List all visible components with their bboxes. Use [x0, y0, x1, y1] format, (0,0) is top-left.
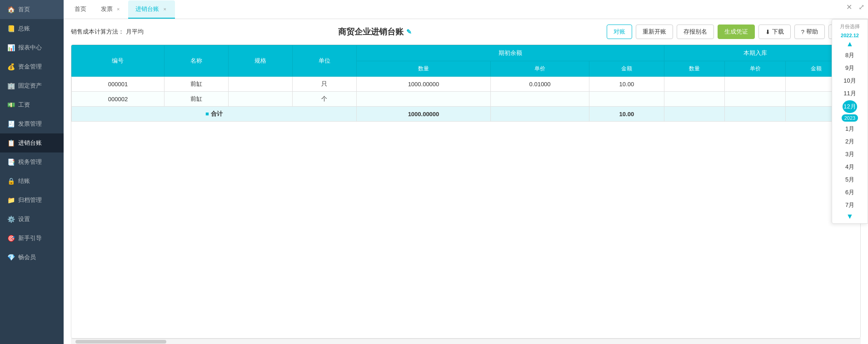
month-item-6[interactable]: 6月 — [832, 186, 868, 199]
data-table-wrapper[interactable]: 编号 名称 规格 单位 期初余额 本期入库 数 数量 单价 金额 数量 单价 — [71, 44, 861, 339]
maximize-button[interactable]: ⤢ — [857, 2, 866, 12]
cost-method-value: 月平均 — [126, 28, 144, 35]
sidebar-item-label: 报表中心 — [18, 44, 42, 52]
sidebar-item-label: 固定资产 — [18, 82, 42, 90]
horizontal-scrollbar[interactable] — [71, 339, 861, 344]
cell-in-price — [725, 92, 786, 107]
month-item-1[interactable]: 1月 — [832, 123, 868, 135]
guide-icon: 🎯 — [7, 235, 15, 242]
month-item-5[interactable]: 5月 — [832, 173, 868, 186]
col-name: 名称 — [164, 45, 228, 77]
month-item-8[interactable]: 8月 — [832, 49, 868, 62]
tab-invoice-label: 发票 — [101, 5, 113, 13]
tab-invoice[interactable]: 发票 × — [94, 0, 128, 19]
cell-open-amount — [589, 92, 664, 107]
sidebar-item-ledger[interactable]: 📒 总账 — [0, 19, 64, 38]
cell-in-qty — [664, 92, 725, 107]
sidebar-item-reports[interactable]: 📊 报表中心 — [0, 38, 64, 57]
tab-home[interactable]: 首页 — [67, 0, 94, 19]
col-spec: 规格 — [228, 45, 292, 77]
generate-voucher-button[interactable]: 生成凭证 — [718, 25, 755, 39]
cell-open-price: 0.01000 — [491, 77, 589, 92]
archive-icon: 📁 — [7, 197, 15, 204]
match-button[interactable]: 对账 — [607, 25, 632, 39]
cell-in-qty — [664, 77, 725, 92]
inventory-icon: 📋 — [7, 139, 15, 147]
total-open-price — [491, 107, 589, 122]
month-nav-down[interactable]: ▼ — [832, 211, 868, 221]
sidebar: 🏠 首页 📒 总账 📊 报表中心 💰 资金管理 🏢 固定资产 💵 工资 🧾 发票… — [0, 0, 64, 344]
cell-unit: 个 — [292, 92, 356, 107]
sidebar-item-label: 总账 — [18, 25, 30, 33]
sidebar-item-label: 新手引导 — [18, 234, 42, 242]
month-nav-up[interactable]: ▲ — [832, 39, 868, 49]
main-area: ✕ ⤢ 首页 发票 × 进销台账 × 销售成本计算方法： 月平均 商贸企业进销台… — [64, 0, 868, 344]
month-item-11[interactable]: 11月 — [832, 87, 868, 100]
month-item-9[interactable]: 9月 — [832, 62, 868, 74]
cell-name: 前缸 — [164, 77, 228, 92]
ledger-icon: 📒 — [7, 25, 15, 32]
cell-in-price — [725, 77, 786, 92]
settings-icon: ⚙️ — [7, 216, 15, 223]
sidebar-item-guide[interactable]: 🎯 新手引导 — [0, 229, 64, 248]
save-alias-button[interactable]: 存报别名 — [677, 25, 714, 39]
close-button[interactable]: ✕ — [844, 2, 854, 12]
col-in-price: 单价 — [725, 61, 786, 77]
sidebar-item-assets[interactable]: 🏢 固定资产 — [0, 76, 64, 95]
cell-unit: 只 — [292, 77, 356, 92]
sidebar-item-vip[interactable]: 💎 畅会员 — [0, 248, 64, 267]
download-button[interactable]: ⬇ 下载 — [758, 25, 791, 39]
month-item-10[interactable]: 10月 — [832, 74, 868, 87]
help-button[interactable]: ? 帮助 — [794, 25, 825, 39]
cell-open-amount: 10.00 — [589, 77, 664, 92]
funds-icon: 💰 — [7, 63, 15, 70]
sidebar-item-tax[interactable]: 📑 税务管理 — [0, 152, 64, 172]
sidebar-item-closing[interactable]: 🔒 结账 — [0, 172, 64, 191]
tab-inventory[interactable]: 进销台账 × — [128, 0, 175, 19]
col-in-qty: 数量 — [664, 61, 725, 77]
tab-inventory-close[interactable]: × — [162, 6, 167, 12]
toolbar: 对账 重新开账 存报别名 生成凭证 ⬇ 下载 ? 帮助 ↻ 刷新 — [607, 25, 861, 39]
tab-invoice-close[interactable]: × — [115, 6, 121, 12]
month-item-12[interactable]: 12月 — [843, 100, 857, 113]
sidebar-item-funds[interactable]: 💰 资金管理 — [0, 57, 64, 76]
total-in-price — [725, 107, 786, 122]
help-icon: ? — [801, 29, 804, 35]
vip-icon: 💎 — [7, 254, 15, 261]
month-panel: 月份选择 2022.12 ▲ 8月 9月 10月 11月 12月 2023 1月… — [832, 19, 868, 224]
cell-name: 前缸 — [164, 92, 228, 107]
sidebar-item-label: 归档管理 — [18, 196, 42, 204]
closing-icon: 🔒 — [7, 177, 15, 185]
sidebar-item-home[interactable]: 🏠 首页 — [0, 0, 64, 19]
total-open-qty: 1000.00000 — [356, 107, 490, 122]
sidebar-item-archive[interactable]: 📁 归档管理 — [0, 191, 64, 210]
sidebar-item-inventory[interactable]: 📋 进销台账 — [0, 133, 64, 152]
total-open-amount: 10.00 — [589, 107, 664, 122]
year-badge-2023: 2023 — [842, 114, 858, 122]
col-code: 编号 — [72, 45, 165, 77]
month-item-2[interactable]: 2月 — [832, 135, 868, 148]
top-bar: 销售成本计算方法： 月平均 商贸企业进销台账 ✎ 对账 重新开账 存报别名 生成… — [71, 25, 861, 39]
sidebar-item-label: 畅会员 — [18, 253, 36, 261]
tab-inventory-label: 进销台账 — [135, 5, 159, 13]
table-row[interactable]: 000001 前缸 只 1000.00000 0.01000 10.00 — [72, 77, 860, 92]
month-item-7[interactable]: 7月 — [832, 199, 868, 211]
reports-icon: 📊 — [7, 44, 15, 51]
reopen-button[interactable]: 重新开账 — [636, 25, 673, 39]
col-open-price: 单价 — [491, 61, 589, 77]
total-label: ■合计 — [72, 107, 357, 122]
edit-title-icon[interactable]: ✎ — [406, 28, 412, 35]
sidebar-item-salary[interactable]: 💵 工资 — [0, 95, 64, 114]
sidebar-item-invoice[interactable]: 🧾 发票管理 — [0, 114, 64, 133]
col-current-in: 本期入库 — [664, 45, 846, 61]
month-item-4[interactable]: 4月 — [832, 161, 868, 173]
salary-icon: 💵 — [7, 101, 15, 108]
table-row[interactable]: 000002 前缸 个 — [72, 92, 860, 107]
home-icon: 🏠 — [7, 6, 15, 13]
cell-spec — [228, 92, 292, 107]
page-content: 销售成本计算方法： 月平均 商贸企业进销台账 ✎ 对账 重新开账 存报别名 生成… — [64, 19, 868, 344]
total-in-qty — [664, 107, 725, 122]
inventory-table: 编号 名称 规格 单位 期初余额 本期入库 数 数量 单价 金额 数量 单价 — [71, 45, 860, 122]
sidebar-item-settings[interactable]: ⚙️ 设置 — [0, 210, 64, 229]
month-item-3[interactable]: 3月 — [832, 148, 868, 161]
